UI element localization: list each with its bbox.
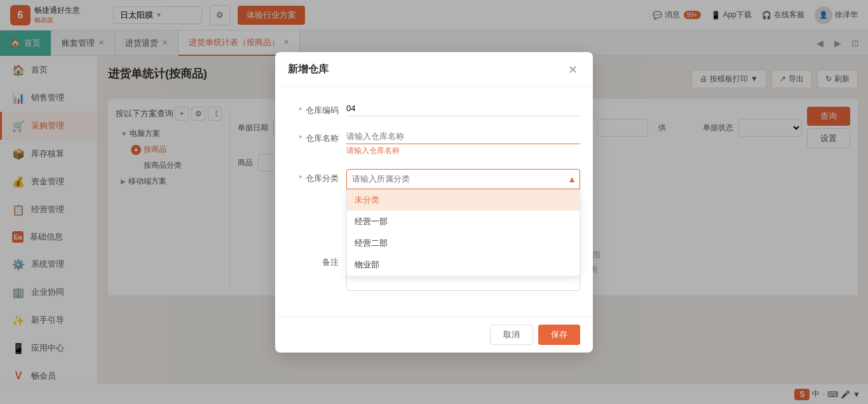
code-label: * 仓库编码: [288, 101, 339, 116]
form-row-name: * 仓库名称 请输入仓库名称: [288, 129, 580, 156]
option-unclassified[interactable]: 未分类: [347, 189, 580, 211]
add-warehouse-modal: 新增仓库 ✕ * 仓库编码 * 仓库名称: [275, 52, 593, 353]
modal-title: 新增仓库: [288, 63, 329, 76]
modal-header: 新增仓库 ✕: [275, 52, 593, 88]
option-dept2[interactable]: 经营二部: [347, 232, 580, 254]
category-dropdown-list: 未分类 经营一部 经营二部 物业部: [346, 189, 580, 276]
required-star: *: [299, 105, 302, 115]
name-input[interactable]: [346, 129, 580, 144]
option-dept3[interactable]: 物业部: [347, 254, 580, 276]
category-input[interactable]: [346, 169, 580, 189]
modal-footer: 取消 保存: [275, 316, 593, 353]
category-label: * 仓库分类: [288, 169, 339, 184]
required-star-3: *: [299, 173, 302, 183]
category-dropdown-wrap: ▲ 未分类 经营一部 经营二部 物业部: [346, 169, 580, 189]
form-row-category: * 仓库分类 ▲ 未分类 经营一部 经营二部 物业部: [288, 169, 580, 189]
required-star-2: *: [299, 133, 302, 143]
form-row-code: * 仓库编码: [288, 101, 580, 116]
option-dept1[interactable]: 经营一部: [347, 211, 580, 232]
name-field: 请输入仓库名称: [346, 129, 580, 156]
modal-overlay: 新增仓库 ✕ * 仓库编码 * 仓库名称: [0, 0, 868, 404]
dropdown-arrow-icon[interactable]: ▲: [567, 174, 576, 184]
name-error-msg: 请输入仓库名称: [346, 145, 580, 156]
save-button[interactable]: 保存: [538, 325, 580, 345]
modal-body: * 仓库编码 * 仓库名称 请输入仓库名称: [275, 88, 593, 316]
modal-close-btn[interactable]: ✕: [565, 62, 580, 77]
note-label: 备注: [288, 253, 339, 268]
cancel-button[interactable]: 取消: [490, 325, 533, 345]
code-field: [346, 101, 580, 116]
name-label: * 仓库名称: [288, 129, 339, 144]
code-input[interactable]: [346, 101, 580, 116]
